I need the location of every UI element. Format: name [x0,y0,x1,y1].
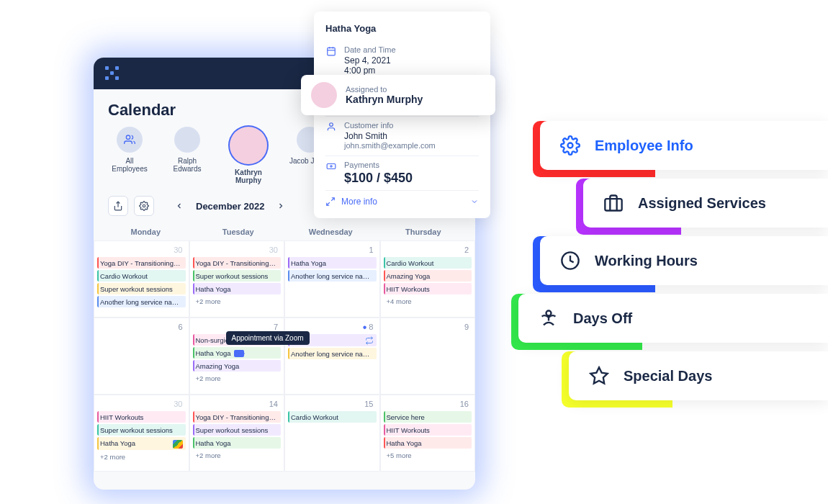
employee-2[interactable]: Kathryn Murphy [223,127,274,184]
weekday-label: Thursday [377,223,470,240]
employee-1[interactable]: Ralph Edwards [166,127,209,173]
calendar-event[interactable]: Cardio Workout [384,257,472,269]
tab-special-days[interactable]: Special Days [569,351,828,400]
briefcase-icon [603,193,624,213]
day-cell[interactable]: 15Cardio Workout [284,395,380,472]
calendar-event[interactable]: Hatha Yoga [288,257,377,269]
calendar-event[interactable]: Cardio Workout [97,270,186,282]
more-events-link[interactable]: +2 more [193,373,282,384]
more-events-link[interactable]: +2 more [193,450,282,461]
tab-assigned-services[interactable]: Assigned Services [583,179,828,228]
weekday-header: MondayTuesdayWednesdayThursday [94,223,475,240]
day-number: 6 [97,321,186,334]
expand-icon [325,197,336,207]
calendar-event[interactable]: Amazing Yoga [193,360,282,372]
day-cell[interactable]: 1Hatha YogaAnother long service na… [284,240,380,318]
day-number: 30 [97,398,186,411]
calendar-event[interactable]: Super workout sessions [97,283,186,294]
svg-marker-16 [590,367,607,383]
employee-name: Kathryn Murphy [223,168,274,184]
assigned-label: Assigned to [346,85,423,94]
day-cell[interactable]: 30Yoga DIY - Transitioning…Cardio Workou… [94,240,189,318]
google-meet-icon [173,440,183,449]
period-label: December 2022 [193,201,267,212]
employee-name: Ralph Edwards [166,157,209,173]
person-icon [325,121,337,151]
more-events-link[interactable]: +4 more [384,296,472,307]
svg-point-12 [568,143,573,148]
tab-label: Assigned Services [638,195,766,212]
day-cell[interactable]: 7Non-surgicHatha Yoga Amazing YogaAppoin… [189,318,285,395]
export-button[interactable] [108,196,128,216]
repeat-icon [365,336,374,345]
more-events-link[interactable]: +2 more [193,296,282,307]
day-number: 16 [384,398,472,411]
calendar-event[interactable]: Yoga DIY - Transitioning… [97,257,186,269]
settings-button[interactable] [134,196,154,216]
calendar-event[interactable]: Hatha Yoga [193,347,282,359]
calendar-event[interactable]: Amazing Yoga [384,270,472,282]
payments-value: $100 / $450 [344,171,413,186]
calendar-event[interactable]: HIIT Workouts [384,424,472,436]
calendar-event[interactable]: Another long service na… [97,296,186,307]
avatar [117,127,143,153]
more-events-link[interactable]: +5 more [384,450,472,461]
svg-rect-8 [327,164,336,169]
employee-0[interactable]: All Employees [108,127,151,173]
day-number: 9 [384,321,472,334]
calendar-event[interactable]: Another long service na… [288,270,377,282]
more-info-button[interactable]: More info [325,191,479,207]
calendar-event[interactable]: Hatha Yoga [193,437,282,449]
assigned-card: Assigned to Kathryn Murphy [301,75,495,115]
avatar [311,82,337,108]
tab-employee-info[interactable]: Employee Info [540,121,828,170]
app-logo [105,66,120,81]
day-number: 2 [384,244,472,257]
settings-tabs: Employee InfoAssigned ServicesWorking Ho… [540,121,828,409]
svg-rect-3 [328,48,336,55]
day-cell[interactable]: 30Yoga DIY - Transitioning…Super workout… [189,240,285,318]
payments-label: Payments [344,161,413,169]
calendar-event[interactable]: Super workout sessions [193,424,282,436]
employee-name: All Employees [108,157,151,173]
calendar-event[interactable]: HIIT Workouts [384,283,472,294]
tab-label: Days Off [573,310,632,327]
calendar-event[interactable]: HIIT Workouts [97,411,186,423]
calendar-event[interactable]: Yoga DIY - Transitioning… [193,257,282,269]
palm-icon [539,308,559,328]
prev-month-button[interactable] [171,198,187,214]
calendar-event[interactable]: Super workout sessions [193,270,282,282]
tab-working-hours[interactable]: Working Hours [540,236,828,285]
day-cell[interactable]: 16Service hereHIIT WorkoutsHatha Yoga+5 … [380,395,476,472]
video-icon [234,350,244,357]
calendar-event[interactable]: Hatha Yoga [97,437,186,450]
calendar-event[interactable]: Yoga DIY - Transitioning… [193,411,282,423]
svg-rect-13 [605,199,621,210]
more-events-link[interactable]: +2 more [97,451,186,462]
weekday-label: Monday [99,223,192,240]
date-value: Sep 4, 2021 [344,55,396,66]
customer-email: john.smith@example.com [344,141,436,150]
calendar-grid: 30Yoga DIY - Transitioning…Cardio Workou… [94,240,475,472]
day-number: 30 [97,244,186,257]
calendar-event[interactable]: Another long service na… [288,348,377,359]
calendar-event[interactable]: Super workout sessions [97,424,186,436]
day-cell[interactable]: • 8oga Another long service na… [284,318,380,395]
svg-point-15 [546,311,552,316]
day-cell[interactable]: 6 [94,318,189,395]
svg-point-0 [126,135,130,139]
day-cell[interactable]: 9 [380,318,476,395]
star-icon [589,366,609,386]
next-month-button[interactable] [273,198,289,214]
day-cell[interactable]: 30HIIT WorkoutsSuper workout sessionsHat… [94,395,189,472]
day-cell[interactable]: 2Cardio WorkoutAmazing YogaHIIT Workouts… [380,240,476,318]
calendar-event[interactable]: Cardio Workout [288,411,377,423]
assigned-name: Kathryn Murphy [346,94,423,105]
svg-line-10 [331,198,334,201]
tab-days-off[interactable]: Days Off [518,294,828,343]
calendar-event[interactable]: Hatha Yoga [193,283,282,294]
calendar-event[interactable]: Service here [384,411,472,423]
calendar-icon [325,45,337,76]
day-cell[interactable]: 14Yoga DIY - Transitioning…Super workout… [189,395,285,472]
calendar-event[interactable]: Hatha Yoga [384,437,472,449]
